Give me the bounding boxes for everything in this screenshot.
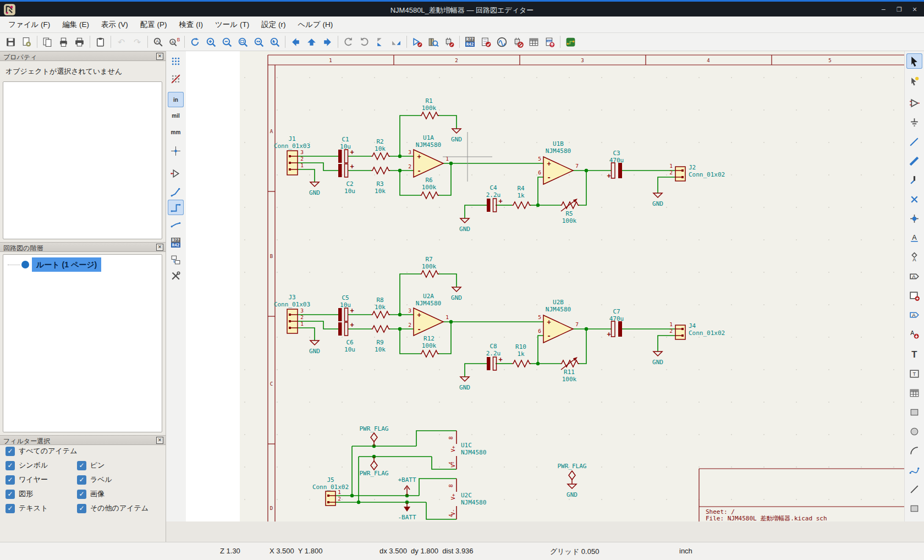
hierarchical-sheet-icon[interactable] bbox=[906, 288, 922, 303]
filter-checkbox-5[interactable]: ✓ラベル bbox=[77, 475, 112, 485]
find-icon[interactable]: A bbox=[150, 34, 166, 50]
no-connect-flag-icon[interactable] bbox=[906, 191, 922, 207]
rotate-ccw-icon[interactable] bbox=[340, 34, 356, 50]
schematic-canvas[interactable]: + + + + bbox=[186, 51, 904, 521]
filter-checkbox-7[interactable]: ✓画像 bbox=[77, 489, 105, 499]
close-icon[interactable]: ✕ bbox=[156, 437, 163, 444]
show-properties-icon[interactable] bbox=[168, 268, 184, 283]
copy-pages-icon[interactable] bbox=[40, 34, 56, 50]
draw-rectangle-icon[interactable] bbox=[906, 404, 922, 420]
zoom-in-icon[interactable] bbox=[203, 34, 219, 50]
refresh-icon[interactable] bbox=[187, 34, 203, 50]
wire-mode-hv-icon[interactable] bbox=[168, 200, 184, 215]
maximize-button[interactable]: ❐ bbox=[893, 3, 906, 17]
open-pcb-editor-icon[interactable] bbox=[563, 34, 579, 50]
menu-preferences[interactable]: 設定 (r) bbox=[255, 17, 292, 32]
menu-file[interactable]: ファイル (F) bbox=[2, 17, 56, 32]
filter-checkbox-2[interactable]: ✓シンボル bbox=[6, 460, 48, 470]
wire-to-bus-entry-icon[interactable] bbox=[906, 172, 922, 188]
edit-footprint-icon[interactable] bbox=[441, 34, 457, 50]
filter-checkbox-9[interactable]: ✓その他のアイテム bbox=[77, 503, 148, 513]
annotate-auto-button[interactable]: R??R42 bbox=[168, 235, 184, 250]
simulator-icon[interactable] bbox=[494, 34, 510, 50]
place-power-port-icon[interactable] bbox=[906, 114, 922, 130]
nav-up-icon[interactable] bbox=[304, 34, 320, 50]
zoom-out-icon[interactable] bbox=[219, 34, 235, 50]
grid-visibility-icon[interactable] bbox=[168, 53, 184, 69]
bom-export-icon[interactable]: .bom bbox=[542, 34, 558, 50]
cursor-shape-icon[interactable] bbox=[168, 143, 184, 158]
page-settings-icon[interactable] bbox=[19, 34, 35, 50]
symbol-fields-table-icon[interactable] bbox=[526, 34, 542, 50]
hierarchical-label-icon[interactable]: A bbox=[906, 307, 922, 322]
minimize-button[interactable]: − bbox=[877, 3, 890, 17]
place-textbox-icon[interactable]: T bbox=[906, 366, 922, 381]
menu-edit[interactable]: 編集 (E) bbox=[56, 17, 95, 32]
erc-icon[interactable] bbox=[478, 34, 494, 50]
place-wire-icon[interactable] bbox=[906, 134, 922, 149]
place-image-icon[interactable] bbox=[906, 501, 922, 516]
wire-mode-free-icon[interactable] bbox=[168, 184, 184, 200]
filter-checkbox-3[interactable]: ✓ピン bbox=[77, 460, 105, 470]
menu-inspect[interactable]: 検査 (I) bbox=[173, 17, 210, 32]
nav-back-icon[interactable] bbox=[288, 34, 304, 50]
zoom-objects-icon[interactable] bbox=[251, 34, 267, 50]
filter-checkbox-0[interactable]: ✓すべてのアイテム bbox=[6, 446, 77, 456]
draw-bezier-icon[interactable] bbox=[906, 462, 922, 477]
redo-icon[interactable]: ↷ bbox=[129, 34, 145, 50]
draw-arc-icon[interactable] bbox=[906, 443, 922, 458]
print-icon[interactable] bbox=[56, 34, 72, 50]
label-c-top-ref: C5 bbox=[342, 294, 349, 301]
menu-view[interactable]: 表示 (V) bbox=[95, 17, 134, 32]
label-plus: + bbox=[417, 153, 421, 161]
close-button[interactable]: × bbox=[908, 3, 921, 17]
mirror-vertical-icon[interactable] bbox=[372, 34, 388, 50]
hierarchy-root-item[interactable]: ルート (1 ページ) bbox=[6, 257, 165, 272]
menu-place[interactable]: 配置 (P) bbox=[134, 17, 173, 32]
plot-icon[interactable] bbox=[72, 34, 87, 50]
symbol-library-browser-icon[interactable] bbox=[425, 34, 441, 50]
unit-inches-button[interactable]: in bbox=[168, 92, 184, 107]
annotate-button[interactable]: R??R42 bbox=[462, 34, 478, 50]
close-icon[interactable]: ✕ bbox=[156, 53, 163, 60]
undo-icon[interactable]: ↶ bbox=[113, 34, 129, 50]
menu-help[interactable]: ヘルプ (H) bbox=[292, 17, 339, 32]
unit-mm-button[interactable]: mm bbox=[168, 124, 184, 140]
global-label-icon[interactable]: A bbox=[906, 268, 922, 284]
unit-mils-button[interactable]: mil bbox=[168, 108, 184, 123]
nav-forward-icon[interactable] bbox=[320, 34, 336, 50]
label-n8: 8 bbox=[448, 484, 454, 487]
draw-circle-icon[interactable] bbox=[906, 424, 922, 439]
filter-checkbox-6[interactable]: ✓図形 bbox=[6, 489, 33, 499]
edit-symbol-icon[interactable] bbox=[409, 34, 425, 50]
save-icon[interactable] bbox=[3, 34, 19, 50]
label-n3: 3 bbox=[408, 308, 411, 314]
place-symbol-icon[interactable] bbox=[906, 95, 922, 111]
net-label-icon[interactable]: A bbox=[906, 230, 922, 245]
place-table-icon[interactable] bbox=[906, 385, 922, 400]
label-r-fb-top-val: 100k bbox=[422, 263, 437, 270]
hierarchy-navigator-icon[interactable] bbox=[168, 252, 184, 267]
grid-overrides-icon[interactable] bbox=[168, 71, 184, 86]
menu-tools[interactable]: ツール (T) bbox=[209, 17, 255, 32]
find-replace-icon[interactable]: AB bbox=[166, 34, 182, 50]
filter-checkbox-8[interactable]: ✓テキスト bbox=[6, 503, 48, 513]
wire-mode-any-icon[interactable] bbox=[168, 215, 184, 230]
assign-footprints-icon[interactable] bbox=[510, 34, 526, 50]
mirror-horizontal-icon[interactable] bbox=[388, 34, 404, 50]
select-tool-icon[interactable] bbox=[906, 53, 922, 69]
import-sheet-pin-icon[interactable]: A bbox=[906, 326, 922, 342]
filter-checkbox-4[interactable]: ✓ワイヤー bbox=[6, 475, 48, 485]
place-bus-icon[interactable] bbox=[906, 153, 922, 168]
hidden-pins-icon[interactable] bbox=[168, 166, 184, 181]
netclass-directive-icon[interactable]: A bbox=[906, 249, 922, 265]
place-text-icon[interactable]: T bbox=[906, 347, 922, 362]
draw-line-icon[interactable] bbox=[906, 481, 922, 497]
zoom-selection-icon[interactable] bbox=[267, 34, 283, 50]
zoom-fit-icon[interactable] bbox=[235, 34, 251, 50]
highlight-net-icon[interactable] bbox=[906, 73, 922, 89]
close-icon[interactable]: ✕ bbox=[156, 244, 163, 251]
rotate-cw-icon[interactable] bbox=[356, 34, 372, 50]
paste-icon[interactable] bbox=[92, 34, 108, 50]
place-junction-icon[interactable] bbox=[906, 211, 922, 226]
